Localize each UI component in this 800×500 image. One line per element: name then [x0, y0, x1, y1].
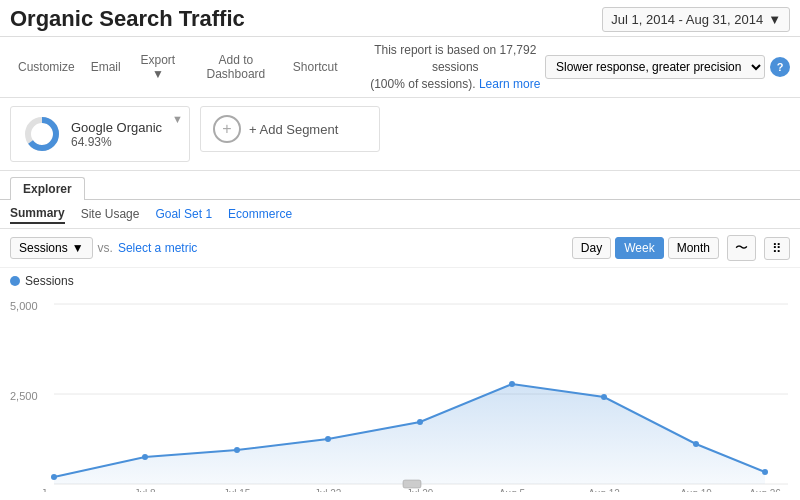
metric-label: Sessions: [19, 241, 68, 255]
sessions-legend: Sessions: [10, 274, 790, 288]
precision-dropdown[interactable]: Slower response, greater precision: [545, 55, 765, 79]
report-info-line1: This report is based on 17,792 sessions: [374, 43, 536, 74]
report-info-line2: (100% of sessions).: [370, 77, 475, 91]
chart-type-scatter-button[interactable]: ⠿: [764, 237, 790, 260]
email-button[interactable]: Email: [83, 57, 129, 77]
precision-control: Slower response, greater precision ?: [545, 55, 790, 79]
date-range-arrow: ▼: [768, 12, 781, 27]
x-label-jul22: Jul 22: [315, 488, 342, 492]
customize-button[interactable]: Customize: [10, 57, 83, 77]
time-day-button[interactable]: Day: [572, 237, 611, 259]
chart-svg: 5,000 2,500: [10, 292, 790, 492]
scrubber-handle[interactable]: [403, 480, 421, 488]
sub-tab-goal-set-1[interactable]: Goal Set 1: [155, 205, 212, 223]
time-month-button[interactable]: Month: [668, 237, 719, 259]
x-label-jul8: Jul 8: [134, 488, 156, 492]
segment-name: Google Organic: [71, 120, 162, 135]
chart-point: [693, 441, 699, 447]
segment-card-google-organic: Google Organic 64.93% ▼: [10, 106, 190, 162]
metric-selector: Sessions ▼ vs. Select a metric: [10, 237, 197, 259]
add-segment-icon: +: [213, 115, 241, 143]
segment-expand-icon[interactable]: ▼: [172, 113, 183, 125]
info-icon-label: ?: [777, 61, 784, 73]
chart-svg-container: 5,000 2,500: [10, 292, 790, 495]
sessions-legend-label: Sessions: [25, 274, 74, 288]
sub-tab-summary[interactable]: Summary: [10, 204, 65, 224]
sub-tab-site-usage[interactable]: Site Usage: [81, 205, 140, 223]
sub-tabs: Summary Site Usage Goal Set 1 Ecommerce: [0, 200, 800, 229]
y-label-2500: 2,500: [10, 390, 38, 402]
date-range-selector[interactable]: Jul 1, 2014 - Aug 31, 2014 ▼: [602, 7, 790, 32]
vs-label: vs.: [98, 241, 113, 255]
chart-point: [234, 447, 240, 453]
metric-arrow: ▼: [72, 241, 84, 255]
select-metric-link[interactable]: Select a metric: [118, 241, 197, 255]
x-label-aug26: Aug 26: [749, 488, 781, 492]
explorer-tab-bar: Explorer: [0, 171, 800, 200]
add-segment-label: + Add Segment: [249, 122, 338, 137]
export-button[interactable]: Export ▼: [129, 50, 187, 84]
chart-point: [325, 436, 331, 442]
metric-sessions-button[interactable]: Sessions ▼: [10, 237, 93, 259]
chart-type-line-button[interactable]: 〜: [727, 235, 756, 261]
segment-pct: 64.93%: [71, 135, 162, 149]
segment-info: Google Organic 64.93%: [71, 120, 162, 149]
x-label-aug19: Aug 19: [680, 488, 712, 492]
chart-area: Sessions 5,000 2,500: [0, 268, 800, 495]
chart-point: [142, 454, 148, 460]
time-controls: Day Week Month 〜 ⠿: [572, 235, 790, 261]
segments-area: Google Organic 64.93% ▼ + + Add Segment: [0, 98, 800, 171]
y-label-5000: 5,000: [10, 300, 38, 312]
chart-point: [417, 419, 423, 425]
add-to-dashboard-button[interactable]: Add to Dashboard: [187, 50, 285, 84]
chart-point: [509, 381, 515, 387]
add-segment-card[interactable]: + + Add Segment: [200, 106, 380, 152]
chart-point: [51, 474, 57, 480]
chart-point: [601, 394, 607, 400]
x-label-aug5: Aug 5: [499, 488, 526, 492]
chart-point: [762, 469, 768, 475]
shortcut-button[interactable]: Shortcut: [285, 57, 346, 77]
page-title: Organic Search Traffic: [10, 6, 245, 32]
x-label-aug12: Aug 12: [588, 488, 620, 492]
x-label-jul29: Jul 29: [407, 488, 434, 492]
info-icon[interactable]: ?: [770, 57, 790, 77]
date-range-text: Jul 1, 2014 - Aug 31, 2014: [611, 12, 763, 27]
chart-area-fill: [54, 384, 765, 484]
legend-dot: [10, 276, 20, 286]
export-arrow: ▼: [152, 67, 164, 81]
report-info: This report is based on 17,792 sessions …: [366, 42, 546, 92]
sub-tab-ecommerce[interactable]: Ecommerce: [228, 205, 292, 223]
x-label-jul15: Jul 15: [224, 488, 251, 492]
page-header: Organic Search Traffic Jul 1, 2014 - Aug…: [0, 0, 800, 37]
time-week-button[interactable]: Week: [615, 237, 663, 259]
learn-more-link[interactable]: Learn more: [479, 77, 540, 91]
explorer-tab[interactable]: Explorer: [10, 177, 85, 200]
x-label-j: J...: [41, 488, 54, 492]
chart-controls: Sessions ▼ vs. Select a metric Day Week …: [0, 229, 800, 268]
export-label: Export: [140, 53, 175, 67]
toolbar: Customize Email Export ▼ Add to Dashboar…: [0, 37, 800, 98]
segment-donut: [23, 115, 61, 153]
